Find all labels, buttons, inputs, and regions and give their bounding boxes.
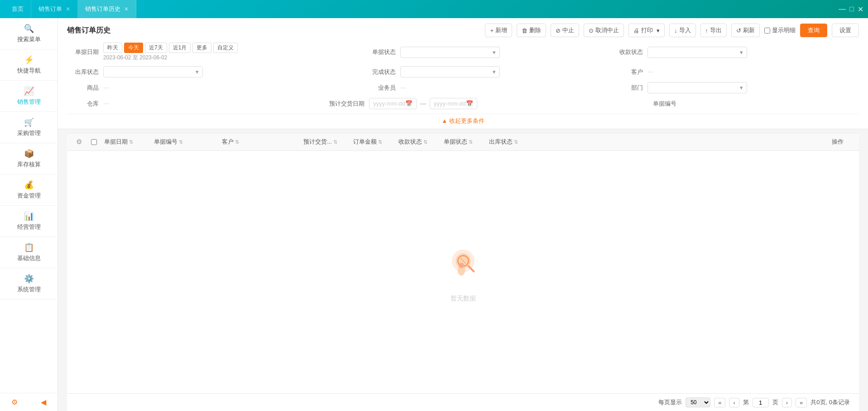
sort-docno-icon: ⇅ [179, 139, 183, 145]
th-docno[interactable]: 单据编号 ⇅ [150, 138, 218, 146]
print-btn[interactable]: 🖨 打印 ▾ [628, 24, 665, 37]
sidebar-item-quick-nav[interactable]: ⚡ 快捷导航 [0, 49, 58, 81]
stop-icon: ⊘ [556, 27, 561, 34]
select-all-checkbox[interactable] [91, 139, 97, 145]
svg-point-6 [459, 262, 464, 268]
delivery-date-start-input[interactable]: yyyy-mm-dd 📅 [369, 98, 417, 109]
goods-ellipsis[interactable]: ··· [103, 84, 109, 92]
custom-btn[interactable]: 自定义 [213, 43, 238, 53]
receipt-status-dropdown-icon: ▾ [740, 49, 743, 56]
delivery-date-label: 预计交货日期 [324, 100, 369, 108]
sidebar-item-sys-mgmt[interactable]: ⚙️ 系统管理 [0, 268, 58, 300]
sys-mgmt-icon: ⚙️ [24, 274, 34, 284]
quick-nav-icon: ⚡ [24, 55, 34, 65]
delivery-date-end-input[interactable]: yyyy-mm-dd 📅 [430, 98, 477, 109]
refresh-btn[interactable]: ↺ 刷新 [731, 24, 760, 37]
receipt-status-label: 收款状态 [611, 48, 647, 56]
collapse-bar[interactable]: ▲ 收起更多条件 [67, 114, 859, 129]
cancel-stop-btn[interactable]: ⊙ 取消中止 [584, 24, 624, 37]
out-status-label: 出库状态 [67, 68, 103, 76]
select-all-checkbox-col [87, 139, 101, 145]
query-btn[interactable]: 查询 [800, 24, 827, 37]
prev-page-btn[interactable]: ‹ [729, 398, 739, 407]
sidebar-item-purchase-mgmt[interactable]: 🛒 采购管理 [0, 112, 58, 143]
close-sales-order-tab[interactable]: ✕ [66, 6, 70, 12]
column-settings-btn[interactable]: ⚙ [71, 138, 87, 146]
delete-btn[interactable]: 🗑 删除 [517, 24, 546, 37]
filter-customer-col: 客户 ··· [611, 68, 859, 76]
sidebar-item-sales-mgmt[interactable]: 📈 销售管理 [0, 81, 58, 112]
sidebar-item-search-menu[interactable]: 🔍 搜索菜单 [0, 18, 58, 49]
filter-area: 单据日期 昨天 今天 近7天 近1月 更多 自定义 2023-06-02 至 2… [67, 43, 859, 129]
tab-sales-order-history[interactable]: 销售订单历史 ✕ [78, 0, 136, 18]
doc-status-select[interactable]: ▾ [400, 47, 500, 58]
export-btn[interactable]: ↑ 导出 [700, 24, 727, 37]
filter-salesperson-col: 业务员 ··· [364, 84, 612, 92]
sidebar-settings-btn[interactable]: ⚙ [11, 398, 18, 406]
empty-text: 暂无数据 [451, 295, 476, 303]
complete-status-select[interactable]: ▾ [400, 66, 500, 77]
filter-docno-col: 单据编号 [645, 100, 859, 108]
empty-illustration [441, 242, 486, 287]
warehouse-label: 仓库 [67, 100, 103, 108]
print-dropdown-icon: ▾ [657, 27, 660, 34]
th-date[interactable]: 单据日期 ⇅ [101, 138, 150, 146]
show-detail-checkbox-label[interactable]: 显示明细 [764, 26, 796, 34]
th-customer[interactable]: 客户 ⇅ [218, 138, 300, 146]
page-title: 销售订单历史 [67, 26, 110, 35]
first-page-btn[interactable]: « [714, 398, 725, 407]
delete-icon: 🗑 [522, 27, 528, 34]
close-btn[interactable]: ✕ [858, 5, 863, 14]
dept-select[interactable]: ▾ [647, 82, 747, 93]
sidebar-item-capital-mgmt[interactable]: 💰 资金管理 [0, 174, 58, 206]
filter-doc-status-col: 单据状态 ▾ [364, 47, 612, 58]
yesterday-btn[interactable]: 昨天 [103, 43, 122, 53]
sidebar-item-ops-mgmt[interactable]: 📊 经营管理 [0, 206, 58, 237]
th-doc-status[interactable]: 单据状态 ⇅ [440, 138, 485, 146]
salesperson-label: 业务员 [364, 84, 400, 92]
out-status-select[interactable]: ▾ [103, 66, 203, 77]
filter-row-4: 仓库 ··· 预计交货日期 yyyy-mm-dd 📅 — yyyy [67, 98, 859, 109]
export-icon: ↑ [705, 27, 709, 34]
warehouse-ellipsis[interactable]: ··· [103, 100, 109, 108]
salesperson-ellipsis[interactable]: ··· [400, 84, 406, 92]
close-history-tab[interactable]: ✕ [124, 6, 129, 12]
last30-btn[interactable]: 近1月 [169, 43, 191, 53]
filter-receipt-status-col: 收款状态 ▾ [611, 47, 859, 58]
out-status-dropdown-icon: ▾ [196, 68, 199, 75]
minimize-btn[interactable]: — [839, 5, 846, 13]
next-page-btn[interactable]: › [782, 398, 792, 407]
more-btn[interactable]: 更多 [192, 43, 211, 53]
print-icon: 🖨 [633, 27, 639, 34]
stop-btn[interactable]: ⊘ 中止 [551, 24, 579, 37]
sidebar-item-basic-info[interactable]: 📋 基础信息 [0, 237, 58, 268]
pagination-bar: 每页显示 50 10 20 100 « ‹ 第 页 › » 共0页, 0条记录 [67, 393, 859, 411]
import-btn[interactable]: ↓ 导入 [669, 24, 696, 37]
customer-ellipsis[interactable]: ··· [647, 68, 653, 76]
maximize-btn[interactable]: □ [849, 5, 854, 13]
tab-home[interactable]: 首页 [5, 0, 31, 18]
last7-btn[interactable]: 近7天 [145, 43, 167, 53]
th-delivery[interactable]: 预计交货... ⇅ [300, 138, 350, 146]
show-detail-checkbox[interactable] [764, 28, 770, 34]
today-btn[interactable]: 今天 [124, 43, 143, 53]
receipt-status-select[interactable]: ▾ [647, 47, 747, 58]
page-title-bar: 销售订单历史 + 新增 🗑 删除 ⊘ 中止 ⊙ [67, 24, 859, 37]
page-size-select[interactable]: 50 10 20 100 [686, 397, 710, 407]
customer-label: 客户 [611, 68, 647, 76]
settings-btn[interactable]: 设置 [832, 24, 859, 37]
last-page-btn[interactable]: » [796, 398, 807, 407]
th-amount[interactable]: 订单金额 ⇅ [350, 138, 395, 146]
sidebar-collapse-btn[interactable]: ◀ [41, 398, 46, 406]
th-receipt-status[interactable]: 收款状态 ⇅ [395, 138, 440, 146]
sort-receipt-icon: ⇅ [423, 139, 427, 145]
page-number-input[interactable] [753, 398, 769, 407]
tab-sales-order[interactable]: 销售订单 ✕ [31, 0, 78, 18]
th-action: 操作 [828, 138, 855, 146]
sales-mgmt-icon: 📈 [24, 86, 34, 96]
sidebar-item-inventory[interactable]: 📦 库存核算 [0, 143, 58, 174]
sort-amount-icon: ⇅ [378, 139, 382, 145]
th-out-status[interactable]: 出库状态 ⇅ [485, 138, 531, 146]
table-header: ⚙ 单据日期 ⇅ 单据编号 ⇅ 客户 ⇅ [67, 133, 859, 151]
add-btn[interactable]: + 新增 [485, 24, 512, 37]
